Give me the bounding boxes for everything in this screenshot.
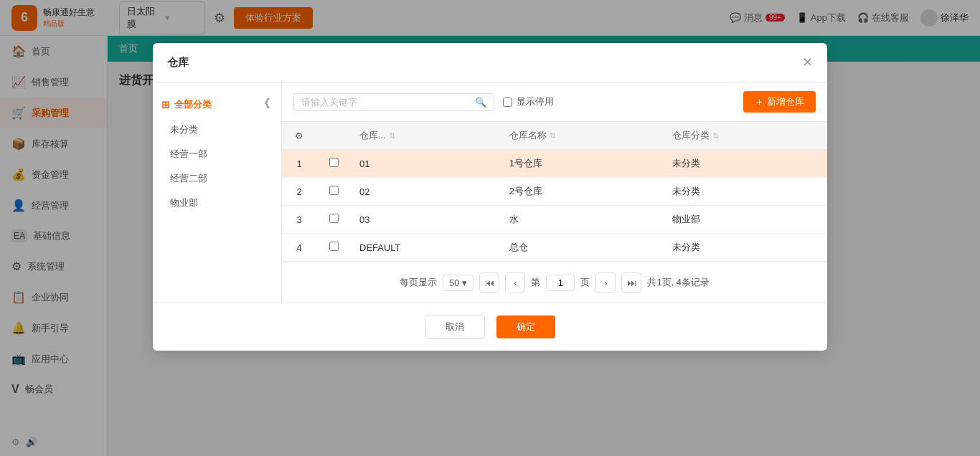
row1-name: 1号仓库 — [501, 150, 664, 178]
table-row[interactable]: 1 01 1号仓库 未分类 — [282, 150, 827, 178]
sort-name-icon: ⇅ — [550, 131, 556, 141]
category-item-ops1[interactable]: 经营一部 — [153, 142, 281, 166]
page-size-chevron-icon: ▾ — [462, 277, 467, 288]
row3-category: 物业部 — [664, 206, 827, 234]
table-panel: 🔍 显示停用 ＋ 新增仓库 ⚙ — [282, 82, 827, 303]
sort-category-icon: ⇅ — [712, 131, 719, 141]
warehouse-modal: 仓库 ✕ ⊞ 全部分类 《 未分类 经营一部 经营二部 物业部 — [153, 43, 827, 351]
category-item-property[interactable]: 物业部 — [153, 191, 281, 215]
th-category[interactable]: 仓库分类 ⇅ — [664, 122, 827, 150]
th-check — [316, 122, 351, 150]
show-disabled-checkbox[interactable] — [503, 98, 512, 107]
row1-checkbox[interactable] — [329, 158, 339, 167]
show-disabled-label[interactable]: 显示停用 — [503, 95, 554, 108]
table-toolbar: 🔍 显示停用 ＋ 新增仓库 — [282, 82, 827, 122]
th-name[interactable]: 仓库名称 ⇅ — [501, 122, 664, 150]
prev-page-button[interactable]: ‹ — [505, 272, 525, 293]
row3-code: 03 — [351, 206, 501, 234]
row3-checkbox[interactable] — [329, 214, 339, 223]
data-table: ⚙ 仓库... ⇅ 仓库名称 ⇅ — [282, 122, 827, 262]
row2-check[interactable] — [316, 178, 351, 206]
collapse-button[interactable]: 《 — [258, 97, 270, 112]
row2-name: 2号仓库 — [501, 178, 664, 206]
modal-body: ⊞ 全部分类 《 未分类 经营一部 经营二部 物业部 🔍 显示停用 — [153, 82, 827, 303]
row4-category: 未分类 — [664, 234, 827, 262]
table-row[interactable]: 3 03 水 物业部 — [282, 206, 827, 234]
row2-checkbox[interactable] — [329, 186, 339, 195]
modal-close-icon[interactable]: ✕ — [802, 54, 813, 70]
search-icon[interactable]: 🔍 — [475, 97, 486, 108]
table-header-row: ⚙ 仓库... ⇅ 仓库名称 ⇅ — [282, 122, 827, 150]
category-grid-icon: ⊞ — [161, 99, 170, 110]
row3-no: 3 — [282, 206, 316, 234]
page-number-input[interactable] — [546, 275, 575, 291]
row3-name: 水 — [501, 206, 664, 234]
cancel-button[interactable]: 取消 — [425, 315, 485, 339]
table-row[interactable]: 4 DEFAULT 总仓 未分类 — [282, 234, 827, 262]
row4-no: 4 — [282, 234, 316, 262]
row4-check[interactable] — [316, 234, 351, 262]
pagination: 每页显示 50 ▾ ⏮ ‹ 第 页 › ⏭ 共1页, 4条记录 — [282, 262, 827, 303]
row3-check[interactable] — [316, 206, 351, 234]
row2-no: 2 — [282, 178, 316, 206]
row1-no: 1 — [282, 150, 316, 178]
sort-code-icon: ⇅ — [389, 131, 395, 141]
confirm-button[interactable]: 确定 — [496, 315, 555, 338]
row4-code: DEFAULT — [351, 234, 501, 262]
first-page-button[interactable]: ⏮ — [479, 272, 499, 293]
row2-category: 未分类 — [664, 178, 827, 206]
row2-code: 02 — [351, 178, 501, 206]
modal-header: 仓库 ✕ — [153, 43, 827, 82]
category-all-header[interactable]: ⊞ 全部分类 《 — [153, 91, 281, 118]
category-item-uncategorized[interactable]: 未分类 — [153, 118, 281, 142]
search-box: 🔍 — [293, 93, 494, 111]
search-input[interactable] — [301, 97, 475, 108]
modal-footer: 取消 确定 — [153, 303, 827, 351]
th-code[interactable]: 仓库... ⇅ — [351, 122, 501, 150]
row1-code: 01 — [351, 150, 501, 178]
page-size-select[interactable]: 50 ▾ — [443, 275, 473, 291]
th-setting[interactable]: ⚙ — [282, 122, 316, 150]
row4-name: 总仓 — [501, 234, 664, 262]
row1-category: 未分类 — [664, 150, 827, 178]
table-row[interactable]: 2 02 2号仓库 未分类 — [282, 178, 827, 206]
last-page-button[interactable]: ⏭ — [621, 272, 641, 293]
next-page-button[interactable]: › — [595, 272, 616, 293]
toolbar-right: ＋ 新增仓库 — [743, 91, 816, 113]
category-panel: ⊞ 全部分类 《 未分类 经营一部 经营二部 物业部 — [153, 82, 282, 303]
row4-checkbox[interactable] — [329, 242, 339, 251]
category-item-ops2[interactable]: 经营二部 — [153, 166, 281, 191]
add-warehouse-button[interactable]: ＋ 新增仓库 — [743, 91, 816, 113]
warehouse-table: ⚙ 仓库... ⇅ 仓库名称 ⇅ — [282, 122, 827, 262]
modal-title: 仓库 — [167, 56, 189, 70]
row1-check[interactable] — [316, 150, 351, 178]
